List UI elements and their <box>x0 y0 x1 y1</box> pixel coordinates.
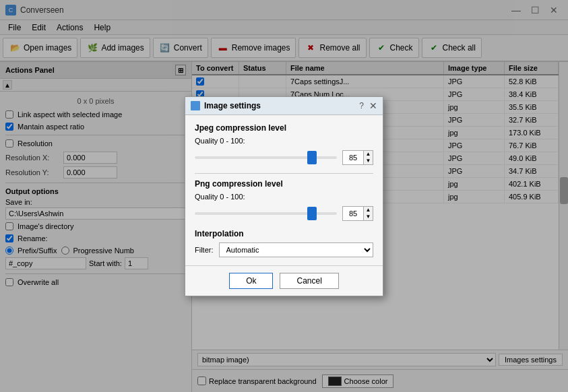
modal-footer: Ok Cancel <box>185 265 383 296</box>
jpeg-spinner-up[interactable]: ▲ <box>363 151 373 158</box>
jpeg-section-title: Jpeg compression level <box>195 123 373 133</box>
modal-divider-1 <box>195 173 373 174</box>
modal-title-text: Image settings <box>204 101 359 110</box>
png-value-input[interactable] <box>343 208 363 219</box>
modal-overlay: Image settings ? ✕ Jpeg compression leve… <box>0 0 568 392</box>
png-quality-slider[interactable] <box>195 212 337 215</box>
png-value-box: ▲ ▼ <box>342 206 373 221</box>
png-spinner-up[interactable]: ▲ <box>363 207 373 214</box>
jpeg-quality-slider[interactable] <box>195 156 337 159</box>
jpeg-quality-label: Quality 0 - 100: <box>195 137 373 145</box>
modal-ok-button[interactable]: Ok <box>229 273 273 289</box>
png-spinner-down[interactable]: ▼ <box>363 214 373 220</box>
jpeg-spinners: ▲ ▼ <box>363 151 373 164</box>
filter-select[interactable]: Automatic Bilinear Bicubic Point Mitchel… <box>219 242 374 257</box>
png-section-title: Png compression level <box>195 179 373 189</box>
filter-label: Filter: <box>195 246 214 254</box>
modal-cancel-button[interactable]: Cancel <box>280 273 338 289</box>
jpeg-value-box: ▲ ▼ <box>342 150 373 165</box>
modal-close-button[interactable]: ✕ <box>369 100 377 111</box>
jpeg-value-input[interactable] <box>343 152 363 163</box>
png-slider-container: ▲ ▼ <box>195 206 373 221</box>
jpeg-spinner-down[interactable]: ▼ <box>363 158 373 164</box>
png-quality-label: Quality 0 - 100: <box>195 193 373 201</box>
interpolation-title: Interpolation <box>195 229 244 238</box>
jpeg-slider-container: ▲ ▼ <box>195 150 373 165</box>
image-settings-modal: Image settings ? ✕ Jpeg compression leve… <box>185 96 383 296</box>
interpolation-row: Interpolation <box>195 229 373 238</box>
png-spinners: ▲ ▼ <box>363 207 373 220</box>
modal-title-icon <box>191 101 200 110</box>
modal-title-bar: Image settings ? ✕ <box>185 97 383 115</box>
modal-help-button[interactable]: ? <box>359 101 364 110</box>
modal-body: Jpeg compression level Quality 0 - 100: … <box>185 115 383 265</box>
